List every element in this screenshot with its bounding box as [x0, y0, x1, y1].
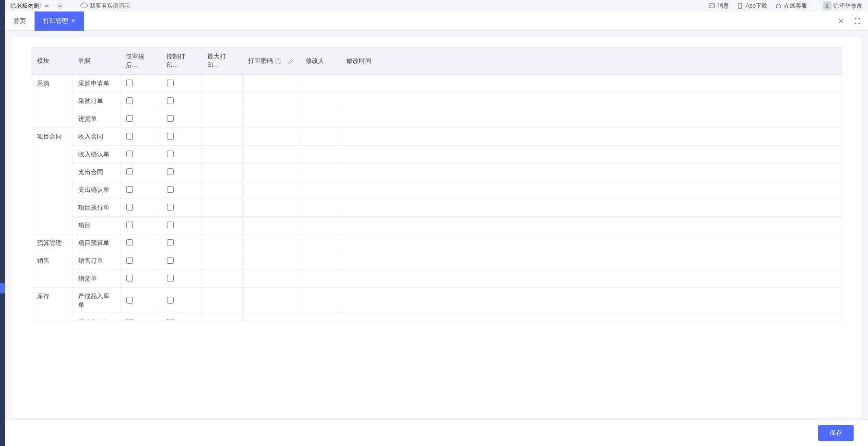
approved-only-cell — [120, 75, 161, 93]
control-print-cell — [161, 217, 202, 235]
control-print-checkbox[interactable] — [167, 222, 174, 228]
table-row: 收入确认单 — [31, 146, 842, 164]
modtime-cell — [341, 75, 842, 93]
messages-link[interactable]: 消息 — [708, 2, 729, 10]
doc-cell: 采购申请单 — [72, 75, 120, 93]
control-print-checkbox[interactable] — [167, 97, 174, 104]
approved-only-checkbox[interactable] — [126, 239, 133, 246]
print-settings-table: 模块 单据 仅审核后... 控制打印... 最大打印... 打印密码 ? — [31, 47, 842, 320]
control-print-checkbox[interactable] — [167, 168, 174, 175]
password-cell — [242, 217, 300, 235]
customer-service-link[interactable]: 在线客服 — [775, 2, 807, 10]
tab-print-management[interactable]: 打印管理 ✕ — [35, 12, 84, 31]
control-print-checkbox[interactable] — [167, 319, 174, 321]
fullscreen-button[interactable] — [852, 15, 863, 27]
module-cell: 项目合同 — [31, 128, 72, 235]
max-print-cell — [202, 235, 242, 252]
account-switcher[interactable]: 徐老板勿删! — [11, 2, 49, 10]
approved-only-cell — [120, 110, 161, 128]
user-menu[interactable]: 徐泽华修改 — [823, 1, 862, 10]
password-cell — [242, 252, 300, 270]
chevron-down-icon — [44, 3, 49, 9]
control-print-checkbox[interactable] — [167, 275, 174, 282]
svg-point-2 — [710, 5, 711, 6]
module-cell: 库存 — [31, 288, 72, 321]
password-cell — [242, 93, 300, 110]
control-print-checkbox[interactable] — [167, 80, 174, 86]
th-doc: 单据 — [72, 47, 120, 75]
control-print-checkbox[interactable] — [167, 204, 174, 211]
max-print-cell — [202, 314, 242, 321]
control-print-checkbox[interactable] — [167, 257, 174, 264]
chat-icon — [708, 2, 715, 10]
tab-bar: 首页 打印管理 ✕ — [5, 12, 868, 31]
tab-active-label: 打印管理 — [43, 17, 68, 25]
approved-only-checkbox[interactable] — [126, 168, 133, 175]
tab-home-label: 首页 — [13, 17, 26, 25]
approved-only-cell — [120, 217, 161, 235]
approved-only-checkbox[interactable] — [126, 115, 133, 122]
separator — [815, 2, 815, 9]
table-row: 项目执行单 — [31, 199, 842, 217]
control-print-checkbox[interactable] — [167, 297, 174, 304]
approved-only-checkbox[interactable] — [126, 275, 133, 282]
password-cell — [242, 128, 300, 146]
control-print-checkbox[interactable] — [167, 133, 174, 140]
approved-only-checkbox[interactable] — [126, 319, 133, 321]
gear-icon[interactable] — [56, 2, 64, 10]
control-print-checkbox[interactable] — [167, 239, 174, 246]
modifier-cell — [300, 314, 341, 321]
control-print-checkbox[interactable] — [167, 151, 174, 157]
tab-home[interactable]: 首页 — [5, 12, 35, 31]
approved-only-checkbox[interactable] — [126, 257, 133, 264]
save-button[interactable]: 保存 — [818, 425, 854, 441]
password-cell — [242, 146, 300, 164]
approved-only-checkbox[interactable] — [126, 204, 133, 211]
max-print-cell — [202, 75, 242, 93]
approved-only-checkbox[interactable] — [126, 151, 133, 157]
control-print-cell — [161, 314, 202, 321]
control-print-cell — [161, 75, 202, 93]
control-print-checkbox[interactable] — [167, 115, 174, 122]
sidebar-active-indicator — [0, 283, 5, 293]
table-row: 采购采购申请单 — [31, 75, 842, 93]
approved-only-cell — [120, 128, 161, 146]
table-row: 销货单 — [31, 270, 842, 288]
control-print-checkbox[interactable] — [167, 186, 174, 193]
table-scroll-container[interactable]: 模块 单据 仅审核后... 控制打印... 最大打印... 打印密码 ? — [31, 47, 842, 320]
control-print-cell — [161, 164, 202, 181]
approved-only-cell — [120, 235, 161, 252]
approved-only-checkbox[interactable] — [126, 297, 133, 304]
help-icon[interactable]: ? — [275, 58, 281, 64]
demo-link[interactable]: 我要看实例演示 — [80, 2, 130, 10]
close-all-tabs-button[interactable] — [835, 15, 847, 27]
table-row: 项目 — [31, 217, 842, 235]
demo-label: 我要看实例演示 — [90, 2, 130, 10]
control-print-cell — [161, 288, 202, 314]
password-cell — [242, 288, 300, 314]
th-modtime: 修改时间 — [341, 47, 842, 75]
footer-bar: 保存 — [5, 419, 868, 446]
approved-only-checkbox[interactable] — [126, 97, 133, 104]
close-icon[interactable]: ✕ — [71, 18, 75, 24]
password-cell — [242, 270, 300, 288]
modtime-cell — [341, 110, 842, 128]
approved-only-checkbox[interactable] — [126, 186, 133, 193]
edit-icon[interactable] — [288, 58, 294, 64]
doc-cell: 支出合同 — [72, 164, 120, 181]
approved-only-checkbox[interactable] — [126, 133, 133, 140]
modifier-cell — [300, 128, 341, 146]
app-download-link[interactable]: App下载 — [737, 2, 767, 10]
approved-only-checkbox[interactable] — [126, 222, 133, 228]
table-row: 支出合同 — [31, 164, 842, 181]
control-print-cell — [161, 110, 202, 128]
user-name: 徐泽华修改 — [833, 2, 862, 10]
modifier-cell — [300, 217, 341, 235]
approved-only-checkbox[interactable] — [126, 80, 133, 86]
card: 模块 单据 仅审核后... 控制打印... 最大打印... 打印密码 ? — [12, 37, 861, 417]
max-print-cell — [202, 181, 242, 199]
approved-only-cell — [120, 199, 161, 217]
modifier-cell — [300, 199, 341, 217]
svg-point-3 — [711, 5, 712, 6]
modifier-cell — [300, 288, 341, 314]
